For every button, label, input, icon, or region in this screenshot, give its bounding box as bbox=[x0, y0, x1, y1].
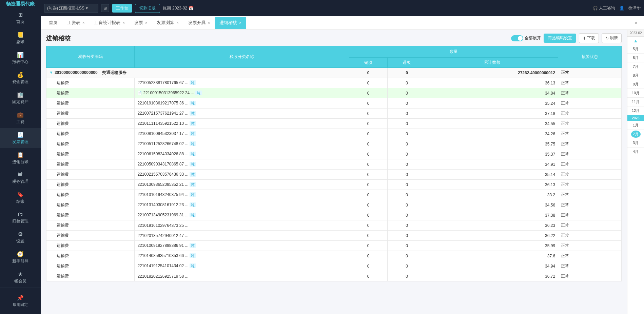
sidebar-item-guide[interactable]: 🧭新手引导 bbox=[0, 248, 41, 268]
tab-bar: 首页工资表×工资统计报表×发票×发票测算×发票开具×进销稽核× ✕ bbox=[41, 16, 644, 30]
cal-up-arrow[interactable]: ▲ bbox=[627, 37, 644, 45]
company-selector[interactable]: (勾选) 江西报宝-LSS ▾ bbox=[44, 4, 98, 13]
cal-month-10月[interactable]: 10月 bbox=[627, 89, 644, 98]
cell-total: 35.99 bbox=[426, 241, 558, 251]
cal-month-2月[interactable]: 2月 bbox=[631, 131, 641, 138]
unit-tag: 吨 bbox=[190, 111, 196, 116]
cell-sale: 0 bbox=[349, 251, 387, 261]
cell-purchase: 0 bbox=[388, 170, 426, 180]
cal-month-11月[interactable]: 11月 bbox=[627, 98, 644, 106]
switch-old-button[interactable]: 切到旧版 bbox=[135, 4, 160, 13]
cell-purchase: 0 bbox=[388, 190, 426, 200]
cell-sale: 0 bbox=[349, 170, 387, 180]
table-row: 运输费 221005090343170865 87 ... 吨 0 0 34.9… bbox=[46, 159, 622, 170]
tab-close-icon[interactable]: × bbox=[145, 21, 147, 25]
sidebar-item-ledger[interactable]: 📒总账 bbox=[0, 28, 41, 48]
cell-purchase: 0 bbox=[388, 231, 426, 241]
sidebar-label-guide: 新手引导 bbox=[12, 258, 28, 264]
tab-首页[interactable]: 首页 bbox=[44, 17, 62, 29]
sidebar-item-settlement[interactable]: 🔖结账 bbox=[0, 188, 41, 208]
unit-tag: 吨 bbox=[190, 162, 196, 166]
unit-tag: 吨 bbox=[190, 253, 196, 258]
cell-purchase: 0 bbox=[388, 220, 426, 231]
funds-icon: 💰 bbox=[17, 72, 24, 78]
cell-name: 运输费 bbox=[46, 98, 135, 109]
sidebar-item-home[interactable]: ⊞首页 bbox=[0, 8, 41, 28]
cal-month-4月[interactable]: 4月 bbox=[627, 148, 644, 156]
customer-service[interactable]: 🎧 人工咨询 bbox=[593, 5, 615, 11]
sidebar-item-tax[interactable]: 🏛税务管理 bbox=[0, 168, 41, 188]
sidebar-unpin[interactable]: 📌 取消固定 bbox=[0, 291, 41, 311]
cell-invoice: 221008100945323037 17 ... 吨 bbox=[135, 129, 349, 139]
cal-month-8月[interactable]: 8月 bbox=[627, 71, 644, 80]
workspace-button[interactable]: 工作台 bbox=[112, 4, 132, 13]
sidebar-item-sales-ledger[interactable]: 📋进销台账 bbox=[0, 148, 41, 168]
cal-month-12月[interactable]: 12月 bbox=[627, 106, 644, 115]
sidebar-item-archive[interactable]: 🗂归档管理 bbox=[0, 208, 41, 228]
cell-name: 运输费 bbox=[46, 200, 135, 210]
tab-close-icon[interactable]: × bbox=[176, 21, 178, 25]
tab-发票[interactable]: 发票× bbox=[130, 17, 152, 29]
cell-purchase: 0 bbox=[388, 159, 426, 170]
user-name: 徐泽华 bbox=[628, 5, 641, 11]
tab-close-icon[interactable]: × bbox=[239, 21, 241, 25]
cell-total: 27262.40000000012 bbox=[426, 68, 558, 78]
tab-close-icon[interactable]: × bbox=[82, 21, 84, 25]
cell-name: 运输费 bbox=[46, 261, 135, 271]
main-table: 税收分类编码 税收分类名称 数量 预警状态 销项 进项 累计数额 ▼301000… bbox=[46, 46, 622, 281]
product-setting-button[interactable]: 商品编码设置 bbox=[544, 34, 576, 43]
table-row: 运输费 221018202126925719 58 ... 0 0 36.72 … bbox=[46, 271, 622, 281]
toggle-all-label: 全部展开 bbox=[525, 35, 541, 41]
sidebar-item-assets[interactable]: 🏢固定资产 bbox=[0, 88, 41, 108]
download-icon: ⬇ bbox=[583, 36, 586, 41]
cal-month-9月[interactable]: 9月 bbox=[627, 80, 644, 89]
unit-tag: 吨 bbox=[190, 243, 196, 248]
cal-month-1月[interactable]: 1月 bbox=[627, 121, 644, 130]
cal-month-6月[interactable]: 6月 bbox=[627, 54, 644, 62]
cell-purchase: 0 bbox=[388, 88, 426, 98]
sidebar-item-payroll[interactable]: 💼工资 bbox=[0, 108, 41, 128]
col-header-sale: 销项 bbox=[349, 58, 387, 68]
cell-total: 36.13 bbox=[426, 180, 558, 190]
col-header-code: 税收分类编码 bbox=[46, 46, 135, 68]
download-button[interactable]: ⬇ 下载 bbox=[579, 33, 599, 43]
cell-sale: 0 bbox=[349, 271, 387, 281]
topbar-right: 🎧 人工咨询 👤 徐泽华 bbox=[593, 5, 641, 11]
tab-close-icon[interactable]: × bbox=[122, 21, 124, 25]
sidebar-item-settings[interactable]: ⚙设置 bbox=[0, 228, 41, 248]
cell-total: 35.24 bbox=[426, 98, 558, 109]
cell-status: 正常 bbox=[558, 241, 622, 251]
cell-name: 运输费 bbox=[46, 190, 135, 200]
copy-icon-btn[interactable]: ⊞ bbox=[101, 4, 109, 12]
user-avatar: 👤 bbox=[619, 6, 624, 11]
close-all-icon[interactable]: ✕ bbox=[631, 20, 641, 25]
cell-status: 正常 bbox=[558, 170, 622, 180]
cell-invoice: 221011111435921522 10 ... 吨 bbox=[135, 119, 349, 129]
expand-all-toggle[interactable] bbox=[511, 35, 523, 41]
tab-close-icon[interactable]: × bbox=[208, 21, 210, 25]
unit-tag: 吨 bbox=[190, 172, 196, 177]
tab-发票开具[interactable]: 发票开具× bbox=[183, 17, 215, 29]
cal-month-3月[interactable]: 3月 bbox=[627, 139, 644, 148]
refresh-button[interactable]: ↻ 刷新 bbox=[602, 33, 622, 43]
sidebar-label-vip: 畅会员 bbox=[14, 278, 26, 284]
cell-purchase: 0 bbox=[388, 210, 426, 220]
tab-工资统计报表[interactable]: 工资统计报表× bbox=[89, 17, 129, 29]
table-row: 运输费 221011111435921522 10 ... 吨 0 0 34.5… bbox=[46, 119, 622, 129]
main-area: (勾选) 江西报宝-LSS ▾ ⊞ 工作台 切到旧版 账期 2023-02 📅 … bbox=[41, 0, 644, 314]
tab-工资表[interactable]: 工资表× bbox=[62, 17, 89, 29]
file-icon: 📄 bbox=[137, 91, 142, 95]
table-row: 运输费 221007215737621941 27 ... 吨 0 0 37.1… bbox=[46, 109, 622, 119]
cal-month-5月[interactable]: 5月 bbox=[627, 45, 644, 54]
sidebar-item-invoice-mgmt[interactable]: 🧾发票管理 bbox=[0, 128, 41, 148]
unit-tag: 吨 bbox=[190, 213, 196, 217]
tab-进销稽核[interactable]: 进销稽核× bbox=[215, 17, 246, 29]
cell-total: 37.38 bbox=[426, 210, 558, 220]
calendar-icon[interactable]: 📅 bbox=[189, 6, 194, 11]
sidebar-item-reports[interactable]: 📊报表中心 bbox=[0, 48, 41, 68]
sidebar-item-funds[interactable]: 💰资金管理 bbox=[0, 68, 41, 88]
cal-month-7月[interactable]: 7月 bbox=[627, 62, 644, 71]
sidebar-item-vip[interactable]: ★畅会员 bbox=[0, 268, 41, 288]
topbar: (勾选) 江西报宝-LSS ▾ ⊞ 工作台 切到旧版 账期 2023-02 📅 … bbox=[41, 0, 644, 16]
tab-发票测算[interactable]: 发票测算× bbox=[152, 17, 183, 29]
